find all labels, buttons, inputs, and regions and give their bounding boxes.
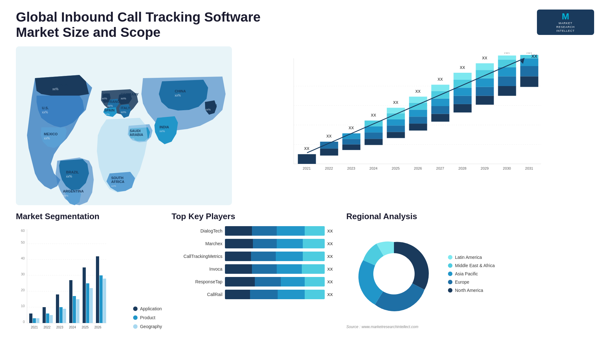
- regional-title: Regional Analysis: [346, 212, 594, 221]
- player-calltrackingmetrics: CallTrackingMetrics XX: [172, 252, 337, 261]
- svg-rect-127: [46, 313, 49, 323]
- svg-rect-122: [29, 313, 32, 323]
- player-callrail: CallRail XX: [172, 290, 337, 299]
- svg-rect-100: [520, 66, 539, 76]
- svg-rect-75: [431, 85, 450, 91]
- player-bar-marchex: [225, 239, 325, 248]
- legend-application: Application: [133, 306, 162, 311]
- svg-rect-130: [56, 294, 59, 323]
- svg-text:2021: 2021: [31, 326, 38, 329]
- svg-text:2026: 2026: [414, 166, 422, 170]
- page-title: Global Inbound Call Tracking Software Ma…: [16, 10, 302, 40]
- svg-text:BRAZIL: BRAZIL: [66, 170, 79, 174]
- asia-pacific-dot: [448, 272, 452, 276]
- bar-seg1: [225, 239, 253, 248]
- svg-text:2025: 2025: [392, 166, 400, 170]
- segmentation-chart: 0 10 20 30 40 50 60: [16, 226, 127, 342]
- svg-text:2024: 2024: [369, 166, 377, 170]
- svg-text:ITALY: ITALY: [121, 106, 131, 110]
- svg-text:xx%: xx%: [159, 130, 165, 133]
- svg-text:40: 40: [21, 256, 25, 260]
- world-map: CANADA xx% U.S. xx% MEXICO xx% BRAZIL xx…: [16, 46, 232, 205]
- svg-text:XX: XX: [460, 65, 465, 70]
- svg-text:0: 0: [23, 320, 25, 324]
- svg-text:SOUTH: SOUTH: [111, 176, 124, 180]
- player-name-dialogtech: DialogTech: [172, 228, 222, 233]
- bar-seg3: [277, 264, 302, 274]
- svg-text:U.K.: U.K.: [102, 92, 109, 96]
- svg-rect-123: [33, 318, 36, 323]
- svg-text:2027: 2027: [436, 166, 444, 170]
- player-dialogtech: DialogTech XX: [172, 226, 337, 236]
- svg-rect-92: [498, 86, 516, 96]
- svg-text:10: 10: [21, 304, 25, 308]
- product-dot: [133, 315, 138, 320]
- svg-rect-52: [365, 132, 383, 139]
- svg-rect-43: [320, 142, 338, 149]
- svg-rect-124: [36, 318, 39, 323]
- player-bar-invoca: [225, 264, 325, 274]
- svg-rect-131: [59, 307, 63, 323]
- svg-text:2021: 2021: [303, 166, 311, 170]
- logo-letter: M: [562, 11, 569, 22]
- svg-rect-136: [76, 299, 79, 323]
- player-val-dialogtech: XX: [327, 229, 337, 233]
- regional-legend: Latin America Middle East & Africa Asia …: [448, 255, 495, 293]
- svg-rect-64: [409, 124, 427, 131]
- svg-rect-87: [476, 78, 494, 87]
- bar-seg2: [253, 239, 277, 248]
- svg-text:xx%: xx%: [175, 94, 181, 97]
- bar-seg4: [303, 239, 325, 248]
- player-val-invoca: XX: [327, 267, 337, 272]
- svg-text:SAUDI: SAUDI: [130, 129, 140, 133]
- svg-rect-144: [103, 279, 106, 323]
- svg-text:AFRICA: AFRICA: [111, 180, 125, 184]
- application-label: Application: [140, 306, 162, 311]
- svg-text:50: 50: [21, 240, 25, 244]
- bar-seg2: [251, 252, 276, 261]
- bar-seg4: [305, 290, 325, 299]
- bar-seg3: [276, 252, 303, 261]
- bar-seg1: [225, 226, 252, 236]
- player-val-responsetap: XX: [327, 280, 337, 284]
- market-segmentation: Market Segmentation 0 10 20 30 40 50 60: [16, 212, 162, 358]
- bar-seg2: [255, 277, 281, 286]
- svg-rect-79: [454, 96, 472, 104]
- legend-asia-pacific: Asia Pacific: [448, 271, 495, 276]
- svg-text:INDIA: INDIA: [159, 125, 169, 129]
- bar-seg2: [252, 264, 277, 274]
- legend-geography: Geography: [133, 324, 162, 329]
- player-name-responsetap: ResponseTap: [172, 279, 222, 284]
- svg-text:GERMANY: GERMANY: [121, 92, 139, 96]
- top-section: CANADA xx% U.S. xx% MEXICO xx% BRAZIL xx…: [16, 46, 594, 205]
- svg-rect-67: [409, 103, 427, 110]
- bar-seg4: [303, 252, 325, 261]
- svg-rect-61: [387, 108, 405, 113]
- svg-text:xx%: xx%: [111, 185, 116, 187]
- source-text: Source : www.marketresearchintellect.com: [346, 325, 594, 329]
- player-val-callrail: XX: [327, 292, 337, 297]
- latin-america-label: Latin America: [455, 255, 482, 260]
- svg-text:ARABIA: ARABIA: [130, 133, 143, 137]
- svg-rect-71: [431, 114, 450, 122]
- svg-text:CHINA: CHINA: [175, 89, 186, 93]
- player-name-marchex: Marchex: [172, 241, 222, 246]
- svg-text:ARGENTINA: ARGENTINA: [63, 189, 84, 193]
- bottom-section: Market Segmentation 0 10 20 30 40 50 60: [16, 212, 594, 358]
- bar-seg3: [281, 277, 305, 286]
- svg-text:2031: 2031: [525, 166, 533, 170]
- asia-pacific-label: Asia Pacific: [455, 271, 478, 276]
- svg-rect-46: [342, 145, 361, 150]
- north-america-label: North America: [455, 288, 483, 293]
- growth-bar-chart: XX 2021 XX 2022 XX 2023 XX: [241, 46, 594, 205]
- bar-seg1: [225, 264, 252, 274]
- bar-seg2: [252, 226, 277, 236]
- svg-text:XX: XX: [393, 100, 398, 105]
- svg-text:JAPAN: JAPAN: [205, 104, 217, 107]
- svg-text:xx%: xx%: [42, 111, 48, 114]
- svg-rect-89: [476, 63, 494, 70]
- svg-rect-73: [431, 98, 450, 106]
- svg-text:xx%: xx%: [107, 104, 113, 107]
- svg-text:2022: 2022: [325, 166, 333, 170]
- svg-text:XX: XX: [304, 146, 309, 151]
